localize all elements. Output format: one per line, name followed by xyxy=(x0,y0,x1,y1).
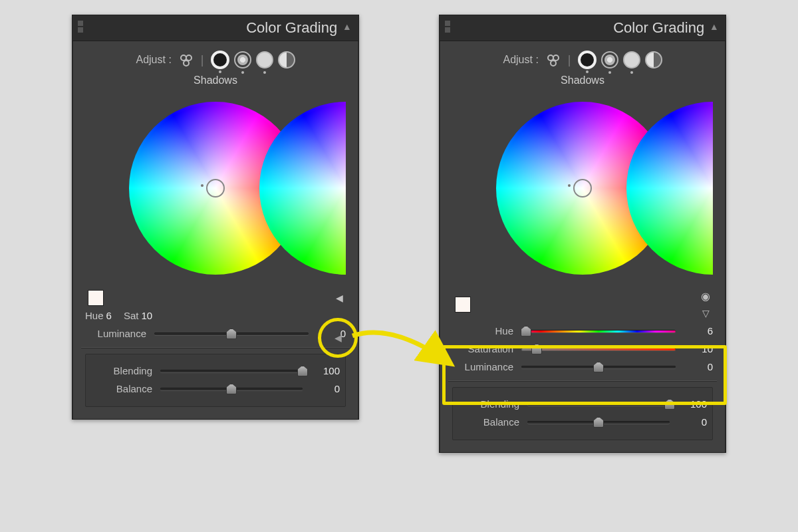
blend-balance-section: Blending 100 Balance 0 xyxy=(85,354,346,407)
three-way-icon[interactable] xyxy=(178,52,194,68)
balance-label: Balance xyxy=(458,416,519,428)
balance-thumb[interactable] xyxy=(226,384,237,394)
balance-value[interactable]: 0 xyxy=(678,416,707,428)
luminance-thumb[interactable] xyxy=(226,329,237,339)
adjust-label: Adjust : xyxy=(136,54,171,66)
hue-value[interactable]: 6 xyxy=(106,310,112,321)
adjust-label: Adjust : xyxy=(503,54,538,66)
annotation-circle: ◀ xyxy=(318,318,358,358)
luminance-label: Luminance xyxy=(85,328,146,339)
range-highlights[interactable] xyxy=(623,51,640,68)
section-title: Shadows xyxy=(85,74,346,86)
disclosure-left-icon-annotation: ◀ xyxy=(334,332,342,343)
wheel-center-icon[interactable] xyxy=(206,179,225,198)
blending-label: Blending xyxy=(91,365,152,376)
preview-eye-icon[interactable]: ◉ xyxy=(701,290,710,303)
balance-slider-row: Balance 0 xyxy=(458,416,707,428)
balance-thumb[interactable] xyxy=(593,417,604,428)
annotation-arrow-icon xyxy=(346,316,459,382)
hue-label: Hue xyxy=(85,310,104,321)
adjust-row: Adjust : | xyxy=(452,51,713,69)
color-grading-panel-collapsed: Color Grading ▼ Adjust : | Shadows xyxy=(72,15,359,420)
annotation-highlight-box xyxy=(442,345,727,405)
panel-title: Color Grading xyxy=(613,19,704,37)
disclosure-left-icon[interactable]: ◀ xyxy=(336,293,343,303)
panel-header[interactable]: Color Grading ▼ xyxy=(440,15,726,41)
color-swatch[interactable] xyxy=(455,297,471,313)
svg-point-5 xyxy=(551,61,556,66)
svg-point-3 xyxy=(548,55,553,61)
divider xyxy=(81,347,350,348)
svg-point-2 xyxy=(184,61,189,66)
luminance-slider[interactable] xyxy=(154,332,309,335)
disclosure-down-icon[interactable]: ▽ xyxy=(702,308,710,319)
range-selectors xyxy=(578,51,662,69)
panel-grip-icon[interactable] xyxy=(78,21,83,26)
balance-slider-row: Balance 0 xyxy=(91,383,340,394)
svg-point-0 xyxy=(181,55,186,61)
compact-hue-sat-values: Hue6 Sat10 xyxy=(85,310,346,321)
svg-point-1 xyxy=(186,55,192,61)
blending-value[interactable]: 100 xyxy=(311,365,340,376)
panel-title: Color Grading xyxy=(246,19,337,37)
panel-body: Adjust : | Shadows ◀ Hue6 xyxy=(72,41,358,419)
color-wheel-area xyxy=(85,92,346,285)
hue-value[interactable]: 6 xyxy=(684,325,713,336)
panel-grip-icon[interactable] xyxy=(445,21,450,26)
color-wheel-area xyxy=(452,92,713,285)
panel-collapse-icon[interactable]: ▼ xyxy=(344,23,352,33)
adjust-row: Adjust : | xyxy=(85,51,346,69)
color-swatch[interactable] xyxy=(88,290,104,306)
range-shadows[interactable] xyxy=(211,51,229,69)
blending-slider-row: Blending 100 xyxy=(91,365,340,376)
balance-value[interactable]: 0 xyxy=(311,383,340,394)
balance-slider[interactable] xyxy=(527,421,670,424)
hue-slider-row: Hue 6 xyxy=(452,325,713,336)
blending-thumb[interactable] xyxy=(297,366,308,376)
panel-collapse-icon[interactable]: ▼ xyxy=(711,23,719,33)
range-shadows[interactable] xyxy=(578,51,597,69)
luminance-slider-row: Luminance 0 xyxy=(85,328,346,339)
range-global[interactable] xyxy=(645,51,662,68)
svg-point-4 xyxy=(553,55,559,61)
range-global[interactable] xyxy=(278,51,295,68)
range-selectors xyxy=(211,51,295,69)
sat-value[interactable]: 10 xyxy=(141,310,152,321)
balance-label: Balance xyxy=(91,383,152,394)
wheel-center-icon[interactable] xyxy=(573,179,592,198)
range-midtones[interactable] xyxy=(601,51,618,68)
three-way-icon[interactable] xyxy=(545,52,561,68)
blending-slider[interactable] xyxy=(160,370,303,372)
range-highlights[interactable] xyxy=(256,51,273,68)
sat-label: Sat xyxy=(124,310,139,321)
panel-header[interactable]: Color Grading ▼ xyxy=(72,15,358,41)
section-title: Shadows xyxy=(452,74,713,86)
balance-slider[interactable] xyxy=(160,388,303,390)
range-midtones[interactable] xyxy=(234,51,251,68)
hue-thumb[interactable] xyxy=(521,326,531,336)
hue-label: Hue xyxy=(452,325,513,336)
hue-slider[interactable] xyxy=(521,330,676,332)
